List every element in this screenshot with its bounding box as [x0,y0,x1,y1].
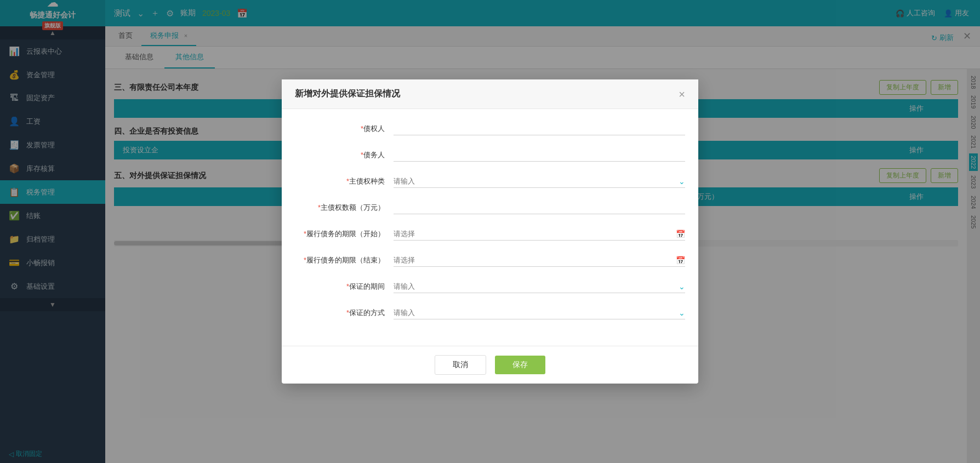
select-wrap-baozhenq-qijian: ⌄ [394,280,685,293]
label-baozhenq-qijian: *保证的期间 [295,282,394,291]
date-input-lv-end[interactable] [394,254,676,266]
modal-close-btn[interactable]: × [679,89,685,100]
label-zhuzhaiqushue: *主债权数额（万元） [295,203,394,213]
required-mark: * [304,256,306,264]
required-mark: * [346,308,349,317]
calendar-icon-lv-end[interactable]: 📅 [676,256,685,265]
cancel-button[interactable]: 取消 [435,355,486,375]
calendar-icon-lv-start[interactable]: 📅 [676,230,685,238]
modal-overlay: 新增对外提供保证担保情况 × *债权人 *债务人 *主债权种类 [0,0,980,463]
date-wrap-lv-end: 📅 [394,254,685,267]
label-zhaiquanren: *债权人 [295,124,394,134]
form-row-baozhenq-fangshi: *保证的方式 ⌄ [295,306,685,319]
input-zhuzhaiqushue[interactable] [394,201,685,214]
chevron-down-icon-qijian[interactable]: ⌄ [679,282,685,291]
label-lv-end: *履行债务的期限（结束） [295,255,394,265]
required-mark: * [361,151,363,159]
modal-footer: 取消 保存 [282,346,698,384]
chevron-down-icon-fangshi[interactable]: ⌄ [679,308,685,317]
input-zhaiquanren[interactable] [394,122,685,135]
input-zhaiwuren[interactable] [394,148,685,162]
required-mark: * [346,282,349,290]
required-mark: * [304,230,306,238]
modal-header: 新增对外提供保证担保情况 × [282,79,698,109]
select-input-zhuzhaiquleixing[interactable] [394,175,679,187]
chevron-down-icon-zhuzhaiquleixing[interactable]: ⌄ [679,177,685,186]
select-input-baozhenq-qijian[interactable] [394,280,679,293]
date-wrap-lv-start: 📅 [394,227,685,241]
form-row-baozhenq-qijian: *保证的期间 ⌄ [295,280,685,293]
select-wrap-baozhenq-fangshi: ⌄ [394,306,685,319]
form-row-zhaiwuren: *债务人 [295,148,685,162]
form-row-lv-end: *履行债务的期限（结束） 📅 [295,254,685,267]
save-button[interactable]: 保存 [495,356,545,374]
date-input-lv-start[interactable] [394,227,676,240]
select-wrap-zhuzhaiquleixing: ⌄ [394,175,685,188]
label-zhaiwuren: *债务人 [295,150,394,160]
form-row-zhuzhaiquleixing: *主债权种类 ⌄ [295,175,685,188]
label-baozhenq-fangshi: *保证的方式 [295,308,394,318]
label-lv-start: *履行债务的期限（开始） [295,229,394,239]
form-row-zhaiquanren: *债权人 [295,122,685,135]
form-row-lv-start: *履行债务的期限（开始） 📅 [295,227,685,241]
modal: 新增对外提供保证担保情况 × *债权人 *债务人 *主债权种类 [282,79,698,384]
required-mark: * [346,177,349,185]
form-row-zhuzhaiqushue: *主债权数额（万元） [295,201,685,214]
required-mark: * [361,124,363,133]
modal-body: *债权人 *债务人 *主债权种类 ⌄ [282,109,698,346]
required-mark: * [318,203,321,212]
modal-title: 新增对外提供保证担保情况 [295,88,400,100]
select-input-baozhenq-fangshi[interactable] [394,306,679,319]
label-zhuzhaiquleixing: *主债权种类 [295,176,394,186]
